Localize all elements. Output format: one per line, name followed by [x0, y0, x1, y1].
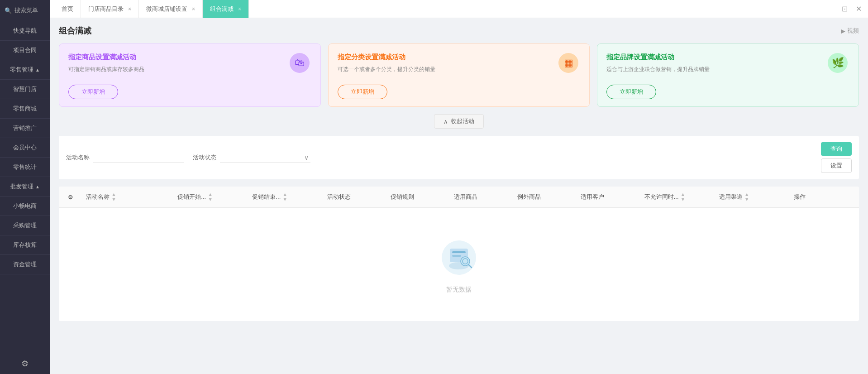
collapse-bar: ∧ 收起活动	[59, 114, 859, 129]
sidebar-item-smart-store[interactable]: 智慧门店	[0, 80, 50, 99]
query-button[interactable]: 查询	[821, 142, 852, 156]
th-exception: 例外商品	[514, 187, 577, 206]
svg-rect-3	[452, 251, 466, 253]
filter-name-item: 活动名称	[66, 152, 184, 163]
tab-close-icon[interactable]: ×	[192, 6, 195, 12]
search-icon: 🔍	[5, 7, 12, 14]
card-desc: 可选一个或者多个分类，提升分类的销量	[338, 65, 581, 74]
filter-status-select[interactable]	[220, 152, 310, 163]
sort-icon-start: ▲▼	[208, 192, 213, 202]
svg-rect-4	[452, 255, 461, 257]
th-noconflict[interactable]: 不允许同时...▲▼	[641, 187, 715, 207]
card-title: 指定品牌设置满减活动	[606, 53, 849, 62]
tab-bar: 首页门店商品目录×微商城店铺设置×组合满减× ⊡ ✕	[50, 0, 868, 18]
table-header: ⚙活动名称▲▼促销开始...▲▼促销结束...▲▼活动状态促销规则适用商品例外商…	[59, 187, 859, 208]
th-label-end: 促销结束...	[252, 193, 281, 201]
play-icon: ▶	[841, 28, 845, 34]
close-button[interactable]: ✕	[854, 5, 863, 13]
table-wrapper: ⚙活动名称▲▼促销开始...▲▼促销结束...▲▼活动状态促销规则适用商品例外商…	[59, 187, 859, 321]
sidebar-item-member-center[interactable]: 会员中心	[0, 138, 50, 158]
sidebar-item-retail-mall[interactable]: 零售商城	[0, 99, 50, 119]
card-brand: 指定品牌设置满减活动 适合与上游企业联合做营销，提升品牌销量 立即新增 🌿	[597, 43, 859, 107]
window-controls: ⊡ ✕	[840, 5, 863, 13]
th-label-customer: 适用客户	[581, 193, 604, 201]
th-label-channel: 适用渠道	[719, 193, 743, 201]
video-link[interactable]: ▶ 视频	[841, 27, 859, 35]
sidebar-item-finance[interactable]: 资金管理	[0, 255, 50, 274]
sidebar-item-purchase-mgmt[interactable]: 采购管理	[0, 216, 50, 235]
tab-close-icon[interactable]: ×	[128, 6, 131, 12]
card-add-button[interactable]: 立即新增	[68, 85, 118, 99]
tab-label: 首页	[62, 5, 73, 13]
sidebar-item-marketing[interactable]: 营销推广	[0, 119, 50, 138]
filter-status-wrapper: ∨	[220, 152, 310, 163]
th-end[interactable]: 促销结束...▲▼	[248, 187, 323, 207]
filter-row: 活动名称 活动状态 ∨ 查询 设置	[59, 136, 859, 179]
th-label-status: 活动状态	[327, 193, 351, 201]
empty-state: 暂无数据	[59, 208, 859, 321]
th-channel[interactable]: 适用渠道▲▼	[715, 187, 790, 207]
chevron-up-icon: ∧	[444, 118, 448, 125]
filter-name-input[interactable]	[93, 152, 184, 163]
page-content: 组合满减 ▶ 视频 指定商品设置满减活动 可指定滞销商品或库存较多商品 立即新增…	[50, 18, 868, 374]
card-title: 指定分类设置满减活动	[338, 53, 581, 62]
card-title: 指定商品设置满减活动	[68, 53, 311, 62]
filter-name-label: 活动名称	[66, 153, 90, 162]
gear-icon: ⚙	[21, 359, 29, 369]
card-icon: 🌿	[828, 53, 848, 73]
card-add-button[interactable]: 立即新增	[606, 85, 656, 99]
th-goods: 适用商品	[450, 187, 514, 206]
card-category: 指定分类设置满减活动 可选一个或者多个分类，提升分类的销量 立即新增 ▦	[328, 43, 590, 107]
th-label-noconflict: 不允许同时...	[644, 193, 679, 201]
th-label-name: 活动名称	[86, 193, 110, 201]
filter-buttons: 查询 设置	[821, 142, 852, 173]
sidebar-item-project-contract[interactable]: 项目合同	[0, 41, 50, 60]
sidebar-search[interactable]: 🔍 搜索菜单	[0, 0, 50, 21]
card-desc: 适合与上游企业联合做营销，提升品牌销量	[606, 65, 849, 74]
sidebar-settings[interactable]: ⚙	[0, 353, 50, 374]
th-gear: ⚙	[64, 188, 82, 206]
th-label-rule: 促销规则	[391, 193, 414, 201]
video-label: 视频	[847, 27, 859, 35]
th-status: 活动状态	[324, 187, 387, 206]
tab-combo-discount[interactable]: 组合满减×	[203, 0, 249, 18]
th-label-gear: ⚙	[68, 194, 73, 201]
tab-product-catalog[interactable]: 门店商品目录×	[81, 0, 139, 18]
sort-icon-noconflict: ▲▼	[681, 192, 686, 202]
th-label-start: 促销开始...	[177, 193, 206, 201]
page-title: 组合满减	[59, 25, 91, 36]
sidebar: 🔍 搜索菜单 快捷导航项目合同零售管理▲智慧门店零售商城营销推广会员中心零售统计…	[0, 0, 50, 374]
sidebar-item-retail-mgmt[interactable]: 零售管理▲	[0, 60, 50, 80]
setting-button[interactable]: 设置	[821, 158, 852, 173]
sidebar-item-inventory[interactable]: 库存核算	[0, 235, 50, 255]
maximize-button[interactable]: ⊡	[840, 5, 849, 13]
chevron-icon: ▲	[35, 184, 40, 189]
th-action: 操作	[790, 187, 854, 206]
sidebar-item-wholesale-mgmt[interactable]: 批发管理▲	[0, 177, 50, 197]
filter-status-item: 活动状态 ∨	[193, 152, 310, 163]
sidebar-item-xiaochang[interactable]: 小畅电商	[0, 197, 50, 216]
tab-label: 组合满减	[210, 5, 234, 13]
tab-label: 微商城店铺设置	[146, 5, 187, 13]
collapse-button[interactable]: ∧ 收起活动	[434, 114, 484, 129]
sidebar-item-quick-nav[interactable]: 快捷导航	[0, 21, 50, 41]
th-label-exception: 例外商品	[517, 193, 541, 201]
activity-cards: 指定商品设置满减活动 可指定滞销商品或库存较多商品 立即新增 🛍 指定分类设置满…	[59, 43, 859, 107]
th-label-goods: 适用商品	[454, 193, 477, 201]
sidebar-item-retail-stats[interactable]: 零售统计	[0, 158, 50, 177]
sidebar-search-label: 搜索菜单	[14, 6, 38, 14]
empty-illustration	[436, 235, 482, 280]
filter-status-label: 活动状态	[193, 153, 216, 162]
tab-wechat-shop[interactable]: 微商城店铺设置×	[139, 0, 203, 18]
th-rule: 促销规则	[387, 187, 450, 206]
th-name[interactable]: 活动名称▲▼	[82, 187, 174, 207]
card-add-button[interactable]: 立即新增	[338, 85, 387, 99]
main-area: 首页门店商品目录×微商城店铺设置×组合满减× ⊡ ✕ 组合满减 ▶ 视频 指定商…	[50, 0, 868, 374]
tab-label: 门店商品目录	[88, 5, 124, 13]
sort-icon-name: ▲▼	[111, 192, 116, 202]
sort-icon-end: ▲▼	[282, 192, 287, 202]
th-customer: 适用客户	[577, 187, 640, 206]
tab-close-icon[interactable]: ×	[238, 6, 241, 12]
tab-home[interactable]: 首页	[54, 0, 81, 18]
th-start[interactable]: 促销开始...▲▼	[174, 187, 248, 207]
